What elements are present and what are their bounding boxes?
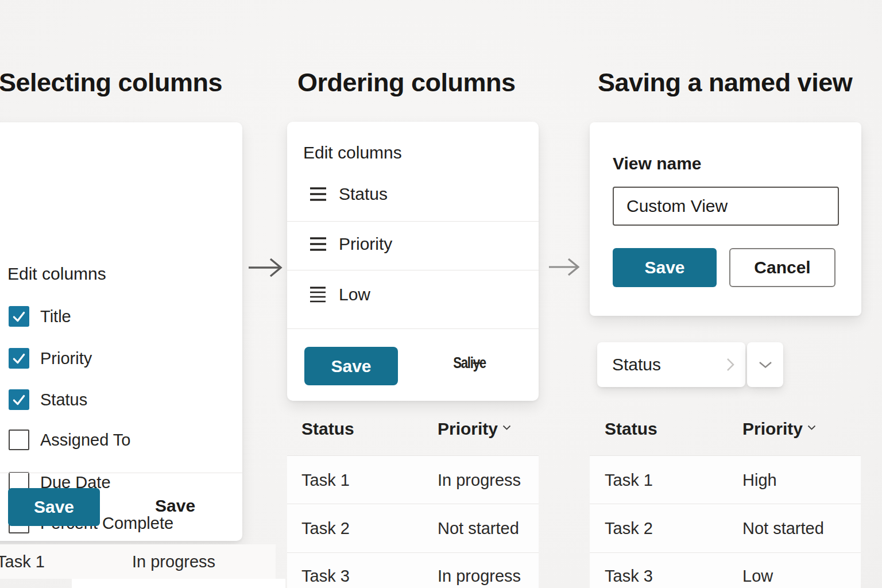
task-status-cell: High <box>742 470 777 489</box>
garbled-save-button[interactable]: Saliɏe <box>453 354 486 372</box>
checkmark-icon <box>11 351 26 366</box>
save-button[interactable]: Save <box>8 488 100 526</box>
view-name-input[interactable] <box>613 187 839 226</box>
save-view-dialog: View name Save Cancel <box>590 122 861 316</box>
arrow-right-icon <box>247 256 285 279</box>
checkbox-checked[interactable] <box>9 348 29 369</box>
dialog-title: Edit columns <box>7 264 106 284</box>
checkbox-checked[interactable] <box>9 389 29 410</box>
column-header-status[interactable]: Status <box>301 419 354 439</box>
order-item-label: Priority <box>339 234 392 254</box>
order-item-label: Status <box>339 184 388 204</box>
task-status-cell: In progress <box>438 470 521 489</box>
edit-columns-order-dialog: Edit columns Status Priority Low Save Sa… <box>287 122 539 401</box>
background-list-row[interactable]: Task 1 In progress <box>0 544 276 579</box>
task-status-cell: Low <box>742 567 773 586</box>
chevron-right-icon <box>726 357 735 372</box>
save-button[interactable]: Save <box>304 347 398 385</box>
task-table-ordering: Status Priority Task 1 In progress Task … <box>287 405 539 588</box>
edit-columns-dialog: Edit columns Title Priority Status Assig… <box>0 122 242 541</box>
order-item-label: Low <box>339 285 370 304</box>
column-option-label: Assigned To <box>40 431 130 450</box>
table-row[interactable]: Task 2 Not started <box>590 504 861 552</box>
column-chip-dropdown-button[interactable] <box>747 342 783 387</box>
column-option-status[interactable]: Status <box>9 389 87 410</box>
task-status-cell: In progress <box>132 552 215 571</box>
column-option-label: Title <box>40 307 71 326</box>
task-title-cell: Task 2 <box>605 519 653 538</box>
divider <box>287 221 539 222</box>
background-list-row-edge <box>72 579 285 588</box>
column-header-status[interactable]: Status <box>605 419 657 439</box>
column-header-label: Priority <box>742 419 803 439</box>
column-header-priority[interactable]: Priority <box>742 419 816 439</box>
task-status-cell: In progress <box>438 567 521 586</box>
dialog-title: Edit columns <box>303 143 402 163</box>
drag-handle-icon[interactable] <box>309 186 327 202</box>
table-row[interactable]: Task 3 In progress <box>287 552 539 588</box>
column-chip-label: Status <box>612 355 726 374</box>
order-item-priority[interactable]: Priority <box>287 229 539 259</box>
task-title-cell: Task 1 <box>605 470 653 489</box>
cancel-button[interactable]: Cancel <box>729 248 835 287</box>
secondary-save-button[interactable]: Save <box>155 496 195 516</box>
section-heading-saving: Saving a named view <box>598 68 852 98</box>
task-status-cell: Not started <box>742 519 824 538</box>
table-row[interactable]: Task 2 Not started <box>287 504 539 552</box>
column-header-priority[interactable]: Priority <box>438 419 511 439</box>
checkbox-unchecked[interactable] <box>9 430 29 450</box>
column-header-label: Priority <box>438 419 498 439</box>
drag-handle-icon[interactable] <box>309 286 327 303</box>
chevron-down-icon <box>807 425 816 430</box>
tutorial-canvas: { "colors": { "accent_button": "#15708F"… <box>0 0 882 588</box>
table-row[interactable]: Task 3 Low <box>590 552 861 588</box>
table-row[interactable]: Task 1 High <box>590 455 861 504</box>
checkbox-checked[interactable] <box>9 306 29 327</box>
checkmark-icon <box>11 392 26 407</box>
column-option-assigned-to[interactable]: Assigned To <box>9 430 130 450</box>
drag-handle-icon[interactable] <box>309 236 327 252</box>
table-row[interactable]: Task 1 In progress <box>287 455 539 504</box>
column-option-priority[interactable]: Priority <box>9 348 92 369</box>
column-option-label: Priority <box>40 349 92 368</box>
task-table-saved-view: Status Priority Task 1 High Task 2 Not s… <box>590 405 861 588</box>
task-title-cell: Task 1 <box>0 552 45 571</box>
task-status-cell: Not started <box>438 519 519 538</box>
order-item-status[interactable]: Status <box>287 179 539 209</box>
order-item-low[interactable]: Low <box>287 280 539 310</box>
chevron-down-icon <box>502 425 511 430</box>
task-title-cell: Task 3 <box>301 567 350 586</box>
task-title-cell: Task 2 <box>301 519 350 538</box>
checkmark-icon <box>11 309 26 324</box>
column-option-title[interactable]: Title <box>9 306 71 327</box>
arrow-right-icon <box>548 256 582 278</box>
section-heading-selecting: Selecting columns <box>0 68 222 98</box>
column-chip-status[interactable]: Status <box>597 342 745 387</box>
task-title-cell: Task 3 <box>605 567 653 586</box>
save-button[interactable]: Save <box>613 248 717 287</box>
view-name-label: View name <box>613 154 702 173</box>
section-heading-ordering: Ordering columns <box>297 68 516 98</box>
divider <box>287 270 539 270</box>
footer-divider <box>0 473 242 473</box>
task-title-cell: Task 1 <box>301 470 350 489</box>
column-option-label: Status <box>40 390 87 409</box>
chevron-down-icon <box>759 361 772 369</box>
footer-divider <box>287 328 539 329</box>
